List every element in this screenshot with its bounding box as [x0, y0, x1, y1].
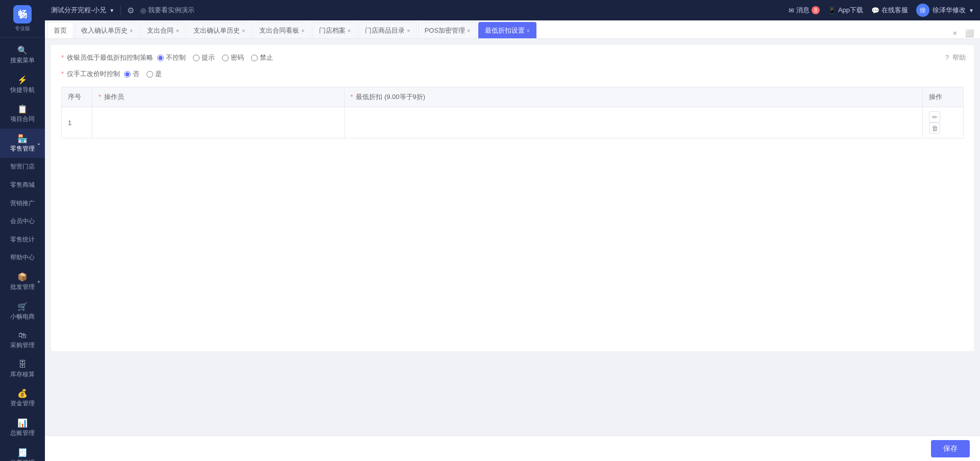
strategy-option-tip[interactable]: 提示	[193, 53, 215, 62]
ecommerce-icon: 🛒	[17, 302, 28, 311]
tab-income-confirm-close[interactable]: ×	[130, 28, 133, 34]
tab-store-products-label: 门店商品目录	[365, 26, 405, 35]
th-operator-star: *	[99, 93, 101, 101]
tab-store-file-label: 门店档案	[319, 26, 346, 35]
strategy-option-password[interactable]: 密码	[222, 53, 244, 62]
th-seq: 序号	[62, 87, 92, 107]
tab-store-products[interactable]: 门店商品目录 ×	[358, 22, 416, 38]
tab-home-label: 首页	[54, 26, 67, 35]
manual-option-no[interactable]: 否	[124, 69, 139, 79]
manual-option-yes[interactable]: 是	[146, 69, 162, 79]
tab-store-file-close[interactable]: ×	[348, 28, 351, 34]
topbar-app-download[interactable]: 📱 App下载	[828, 6, 863, 15]
tab-payment-board-close[interactable]: ×	[301, 28, 304, 34]
topbar-project-selector[interactable]: 测试分开完程-小兄 ▼	[51, 6, 114, 15]
topbar-settings-icon[interactable]: ⚙	[127, 6, 134, 15]
sidebar-item-retail-stats-label: 零售统计	[10, 236, 35, 244]
maximize-tab-button[interactable]: ⬜	[963, 28, 976, 38]
sidebar-item-wholesale-label: 批发管理	[10, 283, 35, 292]
tab-income-confirm-label: 收入确认单历史	[81, 26, 128, 35]
tab-payment-contract[interactable]: 支出合同 ×	[140, 22, 185, 38]
sidebar-item-search-label: 搜索菜单	[10, 57, 35, 65]
wholesale-icon: 📦	[17, 272, 28, 282]
tabbar: 首页 收入确认单历史 × 支出合同 × 支出确认单历史 × 支出合同看板 × 门…	[45, 20, 980, 39]
sidebar-item-search[interactable]: 🔍 搜索菜单	[0, 40, 45, 70]
tab-payment-board[interactable]: 支出合同看板 ×	[253, 22, 311, 38]
close-tab-button[interactable]: ×	[951, 28, 959, 38]
help-label: 帮助	[952, 53, 966, 62]
sidebar-item-purchase-label: 采购管理	[10, 342, 35, 350]
sidebar-item-fund[interactable]: 💰 资金管理	[0, 383, 45, 413]
strategy-radio-none[interactable]	[157, 55, 164, 61]
project-contract-icon: 📋	[17, 104, 28, 114]
strategy-radio-password[interactable]	[222, 55, 229, 61]
tab-income-confirm[interactable]: 收入确认单历史 ×	[75, 22, 139, 38]
tab-payment-contract-label: 支出合同	[147, 26, 174, 35]
strategy-option-none[interactable]: 不控制	[157, 53, 186, 62]
sidebar-item-invoice[interactable]: 🧾 发票管理	[0, 443, 45, 462]
cell-min-discount	[344, 107, 922, 138]
sidebar-item-inventory[interactable]: 🗄 库存核算	[0, 355, 45, 384]
manual-form-row: * 仅手工改价时控制 否 是	[61, 69, 964, 79]
tab-home[interactable]: 首页	[47, 22, 74, 38]
discount-table: 序号 * 操作员 * 最低折扣 (9.00等于9折) 操作	[61, 87, 964, 138]
row-delete-button[interactable]: 🗑	[929, 123, 940, 134]
sidebar-item-account-label: 总账管理	[10, 429, 35, 438]
tab-store-file[interactable]: 门店档案 ×	[312, 22, 357, 38]
topbar-demo-button[interactable]: ◎ 我要看实例演示	[140, 6, 194, 15]
sidebar: 畅 专业版 🔍 搜索菜单 ⚡ 快捷导航 📋 项目合同 🏪 零售管理 智营门店 零…	[0, 0, 45, 461]
sidebar-item-help-center[interactable]: 帮助中心	[0, 249, 45, 267]
search-icon: 🔍	[17, 45, 28, 55]
tab-min-discount[interactable]: 最低折扣设置 ×	[478, 22, 536, 38]
sidebar-item-wholesale[interactable]: 📦 批发管理	[0, 267, 45, 297]
strategy-radio-ban[interactable]	[251, 55, 258, 61]
sidebar-item-member-label: 会员中心	[10, 217, 35, 226]
manual-radio-no[interactable]	[124, 71, 131, 78]
tab-payment-contract-close[interactable]: ×	[176, 28, 179, 34]
sidebar-item-project-contract[interactable]: 📋 项目合同	[0, 99, 45, 129]
help-icon-btn[interactable]: ？ 帮助	[944, 53, 966, 62]
strategy-radio-tip[interactable]	[193, 55, 200, 61]
sidebar-item-retail-stats[interactable]: 零售统计	[0, 231, 45, 249]
quick-nav-icon: ⚡	[17, 75, 28, 85]
tab-payment-confirm[interactable]: 支出确认单历史 ×	[187, 22, 252, 38]
tab-store-products-close[interactable]: ×	[407, 28, 410, 34]
strategy-option-ban[interactable]: 禁止	[251, 53, 273, 62]
message-label: 消息	[796, 6, 810, 15]
sidebar-item-member-center[interactable]: 会员中心	[0, 212, 45, 231]
th-min-discount: * 最低折扣 (9.00等于9折)	[344, 87, 922, 107]
sidebar-item-account[interactable]: 📊 总账管理	[0, 413, 45, 443]
strategy-password-label: 密码	[231, 53, 244, 62]
topbar-messages[interactable]: ✉ 消息 8	[789, 6, 820, 15]
tab-pos-password-label: POS加密管理	[425, 26, 465, 35]
tab-pos-password-close[interactable]: ×	[467, 28, 470, 34]
message-badge: 8	[812, 6, 820, 14]
footer: 保存	[45, 435, 980, 461]
retail-mgmt-icon: 🏪	[17, 134, 28, 143]
sidebar-item-quick-nav[interactable]: ⚡ 快捷导航	[0, 70, 45, 100]
sidebar-item-help-label: 帮助中心	[10, 254, 35, 262]
sidebar-item-fund-label: 资金管理	[10, 400, 35, 408]
sidebar-item-retail-mall[interactable]: 零售商城	[0, 176, 45, 195]
tab-min-discount-close[interactable]: ×	[527, 28, 530, 34]
sidebar-item-marketing[interactable]: 营销推广	[0, 195, 45, 213]
sidebar-item-ecommerce[interactable]: 🛒 小畅电商	[0, 297, 45, 326]
topbar-online-service[interactable]: 💬 在线客服	[871, 6, 908, 15]
app-logo-icon: 畅	[13, 5, 32, 23]
topbar-user[interactable]: 徐 徐泽华修改 ▼	[916, 4, 974, 17]
tab-payment-confirm-close[interactable]: ×	[242, 28, 245, 34]
cell-seq: 1	[62, 107, 92, 138]
tab-pos-password[interactable]: POS加密管理 ×	[418, 22, 477, 38]
sidebar-item-retail-mall-label: 零售商城	[10, 181, 35, 189]
sidebar-item-retail-mgmt[interactable]: 🏪 零售管理	[0, 129, 45, 158]
save-button[interactable]: 保存	[931, 440, 970, 457]
manual-radio-yes[interactable]	[146, 71, 153, 78]
sidebar-item-smart-store[interactable]: 智营门店	[0, 158, 45, 176]
sidebar-item-purchase[interactable]: 🛍 采购管理	[0, 326, 45, 355]
cell-action: ✏ 🗑	[923, 107, 964, 138]
row-edit-button[interactable]: ✏	[929, 111, 940, 123]
manual-radio-group: 否 是	[124, 69, 162, 79]
demo-label: 我要看实例演示	[148, 6, 194, 15]
strategy-tip-label: 提示	[202, 53, 215, 62]
strategy-ban-label: 禁止	[260, 53, 273, 62]
